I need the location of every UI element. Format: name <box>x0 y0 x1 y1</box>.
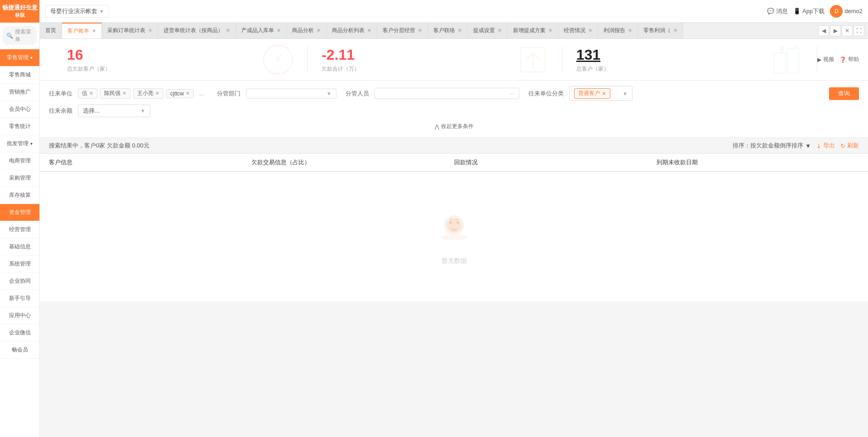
tab-5[interactable]: 商品分析✕ <box>287 23 326 39</box>
tab-close-icon-12[interactable]: ✕ <box>628 28 632 33</box>
tab-close-icon-6[interactable]: ✕ <box>367 28 371 33</box>
tab-close-icon-5[interactable]: ✕ <box>317 28 321 33</box>
svg-rect-7 <box>794 46 797 48</box>
tab-11[interactable]: 经营情况✕ <box>558 23 598 39</box>
tab-10[interactable]: 新增提成方案✕ <box>508 23 558 39</box>
sidebar-item-17[interactable]: 企业微信 <box>0 324 39 342</box>
search-button[interactable]: 查询 <box>829 87 859 100</box>
sidebar-item-14[interactable]: 企业协同 <box>0 273 39 290</box>
tab-prev-button[interactable]: ◀ <box>818 25 829 36</box>
sidebar-item-1[interactable]: 零售管理 ▾ <box>0 49 39 66</box>
message-button[interactable]: 💬 消息 <box>767 7 788 15</box>
filter-person-input[interactable]: ··· <box>374 88 519 99</box>
filter-dept-label: 分管部门 <box>217 90 240 98</box>
account-selector[interactable]: 母婴行业演示帐套 ▼ <box>45 5 109 18</box>
tab-label-9: 提成设置 <box>473 27 495 34</box>
tab-3[interactable]: 进货单统计表（按商品）✕ <box>158 23 236 39</box>
sidebar-item-3[interactable]: 营销推广 <box>0 84 39 101</box>
tab-4[interactable]: 产成品入库单✕ <box>236 23 287 39</box>
filter-category-select[interactable]: 普通客户 ✕ ▼ <box>569 86 633 101</box>
tab-close-icon-3[interactable]: ✕ <box>226 28 230 33</box>
filter-unit-tag-2: 王小亮✕ <box>133 88 163 99</box>
video-help-button[interactable]: ▶ 视频 <box>817 56 834 63</box>
play-icon: ▶ <box>817 57 821 63</box>
tab-1[interactable]: 客户账本✕ <box>62 23 102 39</box>
tab-close-icon-8[interactable]: ✕ <box>458 28 462 33</box>
unit-tag-close-2[interactable]: ✕ <box>155 90 159 96</box>
tab-close-icon-10[interactable]: ✕ <box>548 28 552 33</box>
filter-category-value: 普通客户 <box>578 90 600 97</box>
filter-unit-tag-3: cjttcw✕ <box>166 89 194 98</box>
stats-bar: ¥ 16 总欠款客户（家） -2.11 欠款合计（万） <box>40 39 868 81</box>
tab-9[interactable]: 提成设置✕ <box>468 23 508 39</box>
search-menu-label: 搜索菜单 <box>15 28 33 43</box>
tab-close-all-button[interactable]: ✕ <box>842 25 853 36</box>
filter-balance-select[interactable]: 选择... ▼ <box>78 104 150 117</box>
tab-close-icon-11[interactable]: ✕ <box>588 28 592 33</box>
tab-2[interactable]: 采购订单统计表✕ <box>102 23 158 39</box>
empty-state: 暂无数据 <box>40 172 868 301</box>
app-download-button[interactable]: 📱 App下载 <box>793 7 825 15</box>
help-button[interactable]: ❓ 帮助 <box>839 56 859 63</box>
sidebar-item-9[interactable]: 库存核算 <box>0 187 39 204</box>
tab-8[interactable]: 客户联络✕ <box>428 23 468 39</box>
sidebar-item-15[interactable]: 新手引导 <box>0 290 39 307</box>
logo-text-line2: 标版 <box>2 12 38 18</box>
sidebar-item-8[interactable]: 采购管理 <box>0 170 39 187</box>
refresh-icon: ↻ <box>840 142 845 149</box>
category-chevron-icon: ▼ <box>623 91 628 96</box>
sidebar-item-6[interactable]: 批发管理 ▾ <box>0 135 39 152</box>
sort-selector[interactable]: 排序：按欠款金额倒序排序 ▼ <box>733 142 811 150</box>
svg-point-8 <box>441 235 468 240</box>
tab-0[interactable]: 首页 <box>40 23 62 39</box>
stat-total-customers: 131 总客户（家） <box>563 46 817 73</box>
unit-tag-close-0[interactable]: ✕ <box>89 90 93 96</box>
stat-deco-icon-2 <box>517 44 549 76</box>
tab-close-icon-9[interactable]: ✕ <box>498 28 502 33</box>
search-menu-item[interactable]: 🔍 搜索菜单 <box>3 26 37 45</box>
user-avatar-area[interactable]: D demo2 <box>830 5 863 18</box>
unit-tag-value-2: 王小亮 <box>137 90 153 97</box>
sidebar-item-13[interactable]: 系统管理 <box>0 256 39 273</box>
tab-6[interactable]: 商品分析列表✕ <box>326 23 377 39</box>
sidebar-item-18[interactable]: 畅会员 <box>0 342 39 359</box>
tab-close-icon-13[interactable]: ✕ <box>673 28 677 33</box>
filter-category-close-icon[interactable]: ✕ <box>602 90 606 97</box>
unit-tag-close-3[interactable]: ✕ <box>186 90 190 96</box>
collapse-filter-label: 收起更多条件 <box>441 123 474 130</box>
tab-close-icon-7[interactable]: ✕ <box>418 28 422 33</box>
sidebar-item-7[interactable]: 电商管理 <box>0 152 39 170</box>
refresh-button[interactable]: ↻ 刷新 <box>840 142 859 150</box>
tab-12[interactable]: 利润报告✕ <box>598 23 638 39</box>
filter-more-button[interactable]: ... <box>199 90 204 97</box>
tab-next-button[interactable]: ▶ <box>830 25 841 36</box>
download-icon: 📱 <box>793 8 801 14</box>
tab-13[interactable]: 零售利润（✕ <box>638 23 683 39</box>
top-bar-right: 💬 消息 📱 App下载 D demo2 <box>767 5 863 18</box>
unit-tag-close-1[interactable]: ✕ <box>122 90 126 96</box>
collapse-filter-button[interactable]: ⋀ 收起更多条件 <box>49 121 859 132</box>
tab-close-icon-1[interactable]: ✕ <box>92 28 96 34</box>
tab-close-icon-2[interactable]: ✕ <box>148 28 152 33</box>
export-button[interactable]: ⤓ 导出 <box>816 142 835 150</box>
sidebar-item-16[interactable]: 应用中心 <box>0 307 39 324</box>
filter-dept-select[interactable]: ▼ <box>246 89 336 99</box>
svg-point-0 <box>264 45 293 74</box>
tab-close-icon-4[interactable]: ✕ <box>277 28 281 33</box>
refresh-label: 刷新 <box>847 142 859 150</box>
sidebar-item-10[interactable]: 资金管理 <box>0 204 39 221</box>
stat-label-1: 欠款合计（万） <box>321 65 360 73</box>
tab-7[interactable]: 客户分层经营✕ <box>377 23 428 39</box>
result-info-text: 搜索结果中，客户0家 欠款金额 0.00元 <box>49 142 149 150</box>
stat-actions: ▶ 视频 ❓ 帮助 <box>817 56 859 63</box>
logo-text-line1: 畅捷通好生意 <box>2 4 38 12</box>
filter-person-more-icon: ··· <box>509 90 514 97</box>
sidebar-item-5[interactable]: 零售统计 <box>0 118 39 135</box>
col-header-2: 回款情况 <box>454 158 657 166</box>
question-icon: ❓ <box>839 57 846 63</box>
sidebar-item-4[interactable]: 会员中心 <box>0 101 39 118</box>
sidebar-item-2[interactable]: 零售商城 <box>0 66 39 84</box>
tab-maximize-button[interactable]: ⛶ <box>854 25 864 36</box>
sidebar-item-11[interactable]: 经营管理 <box>0 221 39 238</box>
sidebar-item-12[interactable]: 基础信息 <box>0 238 39 256</box>
